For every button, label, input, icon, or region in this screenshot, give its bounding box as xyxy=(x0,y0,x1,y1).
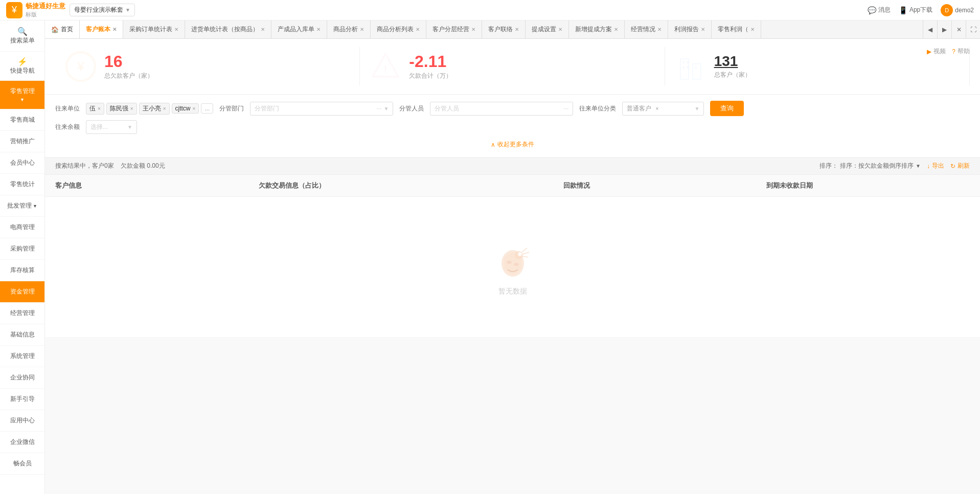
tab-customer-segment-label: 客户分层经营 xyxy=(432,25,469,34)
filter-tag-cjttcw-close[interactable]: × xyxy=(193,106,196,111)
tab-promotion-settings-close[interactable]: ✕ xyxy=(558,27,562,32)
svg-point-19 xyxy=(514,263,519,266)
sort-selector[interactable]: 排序： 排序：按欠款金额倒序排序 ▼ xyxy=(819,162,921,170)
help-btn[interactable]: ? 帮助 xyxy=(952,47,970,56)
tab-retail-profit-close[interactable]: ✕ xyxy=(750,27,755,32)
export-btn[interactable]: ↓ 导出 xyxy=(927,162,944,170)
video-help-btn[interactable]: ▶ 视频 xyxy=(927,47,946,56)
org-selector[interactable]: 母婴行业演示帐套 ▼ xyxy=(70,4,135,16)
tab-promotion-settings[interactable]: 提成设置 ✕ xyxy=(526,20,569,39)
balance-select[interactable]: 选择... ▼ xyxy=(86,120,137,134)
stat-icon-coin: ¥ xyxy=(65,51,96,82)
tab-home[interactable]: 🏠 首页 xyxy=(45,20,80,39)
sidebar-item-enterprise-wx[interactable]: 企业微信 xyxy=(0,432,44,453)
tab-inbound-stats-close[interactable]: ✕ xyxy=(261,27,265,32)
tab-profit-report-label: 利润报告 xyxy=(674,25,699,34)
tab-customer-contact[interactable]: 客户联络 ✕ xyxy=(482,20,526,39)
tab-nav-close-all[interactable]: ✕ xyxy=(951,20,966,39)
data-table: 客户信息 欠款交易信息（占比） 回款情况 到期未收款日期 xyxy=(45,175,980,337)
logo-icon: ¥ xyxy=(6,2,22,18)
tab-ops-status[interactable]: 经营情况 ✕ xyxy=(625,20,668,39)
export-label: 导出 xyxy=(932,162,944,170)
sidebar-item-purchase-mgmt[interactable]: 采购管理 xyxy=(0,238,44,260)
unit-type-select[interactable]: 普通客户 × ▼ xyxy=(622,102,704,116)
tab-new-promotion-close[interactable]: ✕ xyxy=(614,27,618,32)
collapse-up-icon: ∧ xyxy=(491,141,495,148)
sidebar-item-retail-mgmt[interactable]: 零售管理 ▼ xyxy=(0,81,44,109)
tab-product-inbound-close[interactable]: ✕ xyxy=(316,27,321,32)
tab-customer-contact-close[interactable]: ✕ xyxy=(515,27,519,32)
tab-nav-expand[interactable]: ⛶ xyxy=(966,20,980,39)
query-btn[interactable]: 查询 xyxy=(710,101,744,116)
sidebar-search-menu[interactable]: 🔍 搜索菜单 xyxy=(0,20,44,52)
sidebar-item-app-center[interactable]: 应用中心 xyxy=(0,410,44,432)
tab-product-inbound[interactable]: 产成品入库单 ✕ xyxy=(271,20,327,39)
video-label: 视频 xyxy=(933,47,946,56)
sidebar-item-enterprise-coop[interactable]: 企业协同 xyxy=(0,367,44,389)
app-download-btn[interactable]: 📱 App下载 xyxy=(899,6,932,14)
tab-product-analysis-list-close[interactable]: ✕ xyxy=(416,27,420,32)
person-select-more: ··· xyxy=(563,105,568,112)
user-avatar-btn[interactable]: D demo2 xyxy=(941,4,974,16)
tab-inbound-stats[interactable]: 进货单统计表（按商品） ✕ xyxy=(185,20,271,39)
sidebar-item-marketing[interactable]: 营销推广 xyxy=(0,131,44,152)
stat-block-debt: ! -2.11 欠款合计（万） xyxy=(360,47,665,86)
tab-customer-book-close[interactable]: ✕ xyxy=(112,27,117,32)
tab-new-promotion[interactable]: 新增提成方案 ✕ xyxy=(569,20,625,39)
tab-customer-book[interactable]: 客户账本 ✕ xyxy=(80,20,123,39)
unit-type-label: 往来单位分类 xyxy=(579,104,616,113)
tab-nav-left[interactable]: ◀ xyxy=(923,20,937,39)
tab-customer-segment-close[interactable]: ✕ xyxy=(471,27,475,32)
filter-tag-wu-close[interactable]: × xyxy=(98,106,101,111)
person-placeholder: 分管人员 xyxy=(435,104,459,113)
sidebar-item-new-guide[interactable]: 新手引导 xyxy=(0,389,44,410)
tab-product-analysis[interactable]: 商品分析 ✕ xyxy=(327,20,371,39)
person-select[interactable]: 分管人员 ··· xyxy=(430,102,573,116)
tab-retail-profit[interactable]: 零售利润（ ✕ xyxy=(712,20,761,39)
sidebar-item-retail-stats[interactable]: 零售统计 xyxy=(0,174,44,195)
filter-tag-cjttcw-label: cjttcw xyxy=(175,105,191,112)
sidebar-item-sys-mgmt[interactable]: 系统管理 xyxy=(0,346,44,367)
stats-row: ¥ 16 总欠款客户（家） ! xyxy=(45,39,980,95)
tab-purchase-order-stats[interactable]: 采购订单统计表 ✕ xyxy=(123,20,185,39)
stat-label-debt: 欠款合计（万） xyxy=(409,72,452,80)
dept-select[interactable]: 分管部门 ··· ▼ xyxy=(250,102,393,116)
sidebar-item-ops-mgmt[interactable]: 经营管理 xyxy=(0,303,44,324)
stat-number-debt: -2.11 xyxy=(409,53,452,70)
filter-more-btn[interactable]: ... xyxy=(201,103,213,114)
message-icon: 💬 xyxy=(868,6,876,14)
tab-profit-report-close[interactable]: ✕ xyxy=(701,27,705,32)
table-header: 客户信息 欠款交易信息（占比） 回款情况 到期未收款日期 xyxy=(45,175,980,197)
sidebar-item-wholesale-mgmt[interactable]: 批发管理 ▼ xyxy=(0,195,44,217)
sidebar-item-inventory[interactable]: 库存核算 xyxy=(0,260,44,281)
sidebar-item-retail-mall[interactable]: 零售商城 xyxy=(0,109,44,131)
sidebar-item-basic-info[interactable]: 基础信息 xyxy=(0,324,44,346)
sidebar-item-vip[interactable]: 畅会员 xyxy=(0,453,44,475)
tab-inbound-stats-label: 进货单统计表（按商品） xyxy=(191,25,259,34)
unit-type-clear[interactable]: × xyxy=(655,106,658,111)
collapse-btn[interactable]: ∧ 收起更多条件 xyxy=(491,140,534,149)
sidebar-item-ecommerce[interactable]: 电商管理 xyxy=(0,217,44,238)
stat-block-customers: ¥ 16 总欠款客户（家） xyxy=(55,47,360,86)
tab-nav-right[interactable]: ▶ xyxy=(937,20,951,39)
tab-product-analysis-close[interactable]: ✕ xyxy=(360,27,364,32)
sidebar-item-finance-mgmt[interactable]: 资金管理 xyxy=(0,281,44,303)
unit-filter-label: 往来单位 xyxy=(55,104,80,113)
stat-texts-total-customers: 131 总客户（家） xyxy=(714,54,751,79)
sidebar-quick-nav[interactable]: ⚡ 快捷导航 xyxy=(0,52,44,81)
logo-area: ¥ 畅捷通好生意 标版 xyxy=(6,2,65,18)
filter-tag-wang: 王小亮 × xyxy=(139,103,170,115)
tab-product-analysis-list[interactable]: 商品分析列表 ✕ xyxy=(371,20,426,39)
tab-purchase-order-stats-close[interactable]: ✕ xyxy=(174,27,178,32)
message-label: 消息 xyxy=(878,6,891,14)
tab-customer-segment[interactable]: 客户分层经营 ✕ xyxy=(426,20,482,39)
tab-profit-report[interactable]: 利润报告 ✕ xyxy=(668,20,712,39)
filter-tag-chen-close[interactable]: × xyxy=(130,106,133,111)
filter-tag-wang-close[interactable]: × xyxy=(163,106,166,111)
sidebar-item-member-center[interactable]: 会员中心 xyxy=(0,152,44,174)
message-btn[interactable]: 💬 消息 xyxy=(868,6,891,14)
refresh-btn[interactable]: ↻ 刷新 xyxy=(950,162,970,170)
export-icon: ↓ xyxy=(927,163,930,170)
tab-customer-contact-label: 客户联络 xyxy=(488,25,513,34)
tab-ops-status-close[interactable]: ✕ xyxy=(657,27,662,32)
